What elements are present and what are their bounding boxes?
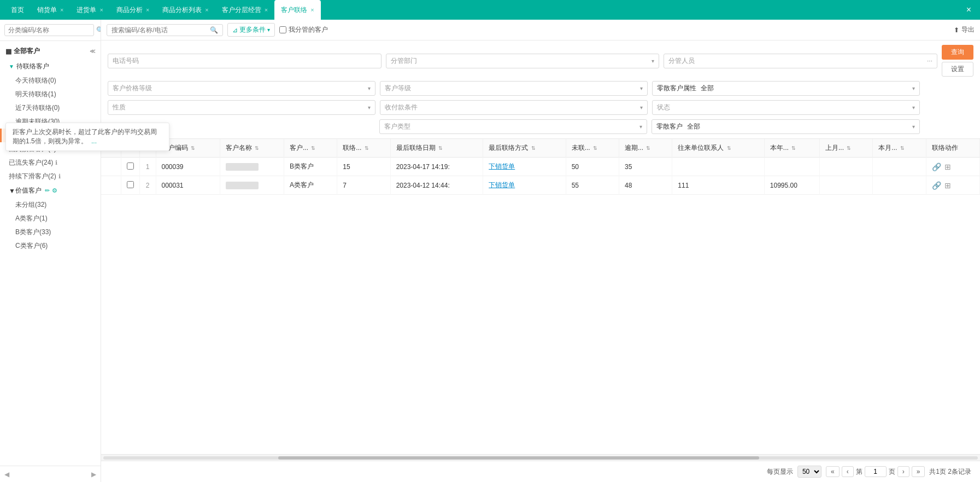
sidebar-item-declining[interactable]: 持续下滑客户(2) ℹ (0, 170, 101, 183)
col-this-year[interactable]: 本年... ⇅ (764, 139, 819, 158)
row1-select[interactable] (127, 162, 134, 170)
col-last-contact-type[interactable]: 最后联络方式 ⇅ (483, 139, 566, 158)
export-button[interactable]: ⬆ 导出 (954, 25, 975, 34)
sidebar-search-icon[interactable]: 🔍 (96, 26, 101, 34)
row1-link-icon[interactable]: 🔗 (932, 162, 941, 171)
page-input[interactable] (865, 466, 887, 477)
window-close-button[interactable]: × (962, 5, 976, 15)
sidebar-search-input[interactable] (4, 24, 94, 36)
sidebar-item-b-class[interactable]: B类客户(33) (0, 225, 101, 239)
row1-last-type[interactable]: 下销货单 (483, 158, 566, 176)
filter-department[interactable]: 分管部门 ▾ (386, 54, 660, 68)
filter-manager[interactable]: 分管人员 ··· (664, 54, 937, 68)
row2-select[interactable] (127, 181, 134, 188)
tab-purchase-order[interactable]: 进货单 × (70, 0, 109, 20)
main-search-icon[interactable]: 🔍 (210, 26, 218, 34)
sort-contact-person-icon[interactable]: ⇅ (727, 146, 731, 151)
sort-grade-icon[interactable]: ⇅ (311, 146, 315, 151)
sort-last-date-icon[interactable]: ⇅ (438, 146, 443, 151)
main-search-input[interactable] (112, 26, 210, 34)
sidebar-item-churned[interactable]: 已流失客户(24) ℹ (0, 156, 101, 170)
tab-product-analysis-list[interactable]: 商品分析列表 × (156, 0, 215, 20)
row2-checkbox[interactable] (121, 176, 139, 195)
my-customers-checkbox[interactable] (279, 26, 286, 33)
sort-code-icon[interactable]: ⇅ (191, 146, 195, 151)
row1-checkbox[interactable] (121, 158, 139, 176)
col-name[interactable]: 客户名称 ⇅ (220, 139, 284, 158)
tab-product-analysis-close[interactable]: × (146, 7, 149, 13)
filter-payment-terms[interactable]: 收付款条件 ▾ (380, 100, 648, 115)
sort-last-month-icon[interactable]: ⇅ (847, 146, 851, 151)
info-icon-2[interactable]: ℹ (55, 159, 57, 166)
sort-last-type-icon[interactable]: ⇅ (531, 146, 536, 151)
sidebar-value-group-header[interactable]: ▼ 价值客户 ✏ ⚙ (0, 183, 101, 198)
info-icon-3[interactable]: ℹ (58, 173, 61, 180)
col-no-contact[interactable]: 未联... ⇅ (566, 139, 619, 158)
query-button[interactable]: 查询 (942, 45, 973, 60)
row1-code[interactable]: 000039 (156, 158, 220, 176)
tab-product-analysis-list-close[interactable]: × (205, 7, 208, 13)
sidebar-all-customers[interactable]: ▦ 全部客户 ≪ (0, 43, 101, 59)
sidebar-item-c-class[interactable]: C类客户(6) (0, 239, 101, 253)
tab-customer-contact[interactable]: 客户联络 × (274, 0, 320, 20)
filter-price-grade[interactable]: 客户价格等级 ▾ (108, 81, 375, 96)
tab-product-analysis[interactable]: 商品分析 × (110, 0, 156, 20)
col-grade[interactable]: 客户... ⇅ (284, 139, 337, 158)
sort-no-contact-icon[interactable]: ⇅ (593, 146, 597, 151)
sidebar-item-7days[interactable]: 近7天待联络(0) (0, 101, 101, 115)
scrollbar-thumb[interactable] (278, 456, 759, 460)
sidebar-item-ungrouped[interactable]: 未分组(32) (0, 198, 101, 212)
filter-status[interactable]: 状态 ▾ (652, 100, 920, 115)
row2-link-icon[interactable]: 🔗 (932, 181, 941, 190)
col-contact-person[interactable]: 往来单位联系人 ⇅ (672, 139, 765, 158)
settings-button[interactable]: 设置 (942, 62, 973, 77)
col-last-contact-date[interactable]: 最后联络日期 ⇅ (390, 139, 483, 158)
edit-icon[interactable]: ✏ (45, 187, 50, 194)
filter-retail-customer[interactable]: 零散客户 全部 ▾ (652, 119, 920, 134)
tab-sales-order[interactable]: 销货单 × (31, 0, 70, 20)
filter-action-buttons: 查询 设置 (942, 45, 973, 77)
my-customers-checkbox-label[interactable]: 我分管的客户 (279, 25, 328, 34)
prev-page-button[interactable]: ‹ (842, 466, 854, 477)
last-page-button[interactable]: » (912, 466, 925, 477)
tab-customer-segment[interactable]: 客户分层经营 × (215, 0, 274, 20)
sort-this-month-icon[interactable]: ⇅ (900, 146, 905, 151)
sidebar-item-a-class[interactable]: A类客户(1) (0, 212, 101, 225)
horizontal-scrollbar[interactable] (101, 454, 980, 461)
tab-home[interactable]: 首页 (4, 0, 31, 20)
sidebar-right-arrow[interactable]: ▶ (91, 471, 96, 478)
tab-purchase-order-close[interactable]: × (99, 7, 103, 13)
first-page-button[interactable]: « (826, 466, 840, 477)
settings-small-icon[interactable]: ⚙ (52, 187, 57, 194)
col-last-month[interactable]: 上月... ⇅ (820, 139, 873, 158)
col-overdue[interactable]: 逾期... ⇅ (619, 139, 672, 158)
sidebar-left-arrow[interactable]: ◀ (4, 471, 9, 478)
filter-customer-type[interactable]: 客户类型 ▾ (379, 119, 648, 134)
tab-customer-contact-close[interactable]: × (310, 7, 314, 13)
filter-nature[interactable]: 性质 ▾ (108, 100, 375, 115)
col-this-month[interactable]: 本月... ⇅ (873, 139, 926, 158)
manager-dots[interactable]: ··· (927, 57, 932, 65)
filter-row-1: 电话号码 分管部门 ▾ 分管人员 ··· 查询 设置 (108, 45, 973, 77)
filter-retail-attribute[interactable]: 零散客户属性 全部 ▾ (652, 81, 920, 96)
filter-phone[interactable]: 电话号码 (108, 54, 382, 68)
sort-contact-days-icon[interactable]: ⇅ (365, 146, 369, 151)
sidebar-item-tomorrow[interactable]: 明天待联络(1) (0, 88, 101, 101)
row2-code[interactable]: 000031 (156, 176, 220, 195)
sidebar-item-today[interactable]: 今天待联络(0) (0, 74, 101, 88)
sidebar-collapse-icon[interactable]: ≪ (90, 48, 95, 54)
sort-name-icon[interactable]: ⇅ (255, 146, 259, 151)
filter-customer-grade[interactable]: 客户等级 ▾ (380, 81, 648, 96)
row2-grid-icon[interactable]: ⊞ (944, 181, 951, 190)
row1-grid-icon[interactable]: ⊞ (944, 162, 951, 171)
tab-sales-order-close[interactable]: × (60, 7, 63, 13)
more-conditions-button[interactable]: ⊿ 更多条件 ▾ (227, 23, 275, 37)
col-contact-days[interactable]: 联络... ⇅ (337, 139, 390, 158)
row2-last-type[interactable]: 下销货单 (483, 176, 566, 195)
sidebar-pending-contact-header[interactable]: ▼ 待联络客户 (0, 59, 101, 74)
sort-this-year-icon[interactable]: ⇅ (791, 146, 796, 151)
sort-overdue-icon[interactable]: ⇅ (646, 146, 650, 151)
next-page-button[interactable]: › (897, 466, 909, 477)
per-page-select[interactable]: 50 (797, 466, 821, 478)
tab-customer-segment-close[interactable]: × (265, 7, 268, 13)
